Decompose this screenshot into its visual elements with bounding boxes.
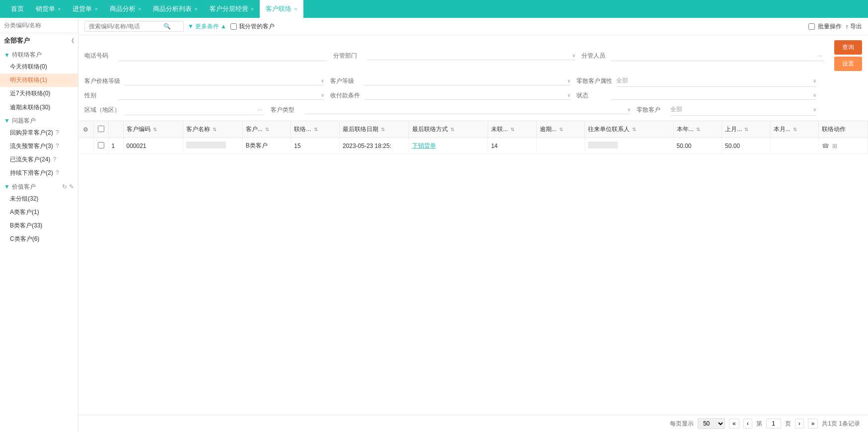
prev-page-button[interactable]: ‹	[743, 419, 752, 429]
sidebar-item-declining[interactable]: 持续下滑客户(2) ?	[0, 166, 78, 180]
nav-home[interactable]: 首页	[5, 0, 30, 18]
close-icon[interactable]: ×	[251, 6, 254, 12]
batch-op-button[interactable]: 批量操作	[808, 22, 842, 31]
filter-retail-customer-select[interactable]: 全部 ∨	[670, 104, 817, 116]
action-icons: ☎ ⊞	[822, 143, 865, 149]
my-customers-checkbox-label[interactable]: 我分管的客户	[230, 22, 275, 31]
sidebar-item-tomorrow[interactable]: 明天待联络(1)	[0, 73, 78, 87]
grid-action-icon[interactable]: ⊞	[832, 143, 837, 149]
nav-sales-order[interactable]: 销货单 ×	[30, 0, 67, 18]
filter-price-level-select[interactable]: ∨	[124, 76, 324, 85]
query-button[interactable]: 查询	[834, 40, 862, 55]
last-page-button[interactable]: »	[808, 419, 818, 429]
col-contact[interactable]: 联络... ⇅	[291, 121, 340, 138]
col-name[interactable]: 客户名称 ⇅	[183, 121, 242, 138]
export-button[interactable]: ↑ 导出	[846, 22, 863, 31]
col-overdue[interactable]: 逾期... ⇅	[536, 121, 585, 138]
filter-gender-select[interactable]: ∨	[118, 91, 324, 100]
filter-search-input[interactable]	[89, 23, 163, 30]
page-size-select[interactable]: 50 100 200	[698, 418, 725, 429]
next-page-button[interactable]: ›	[795, 419, 804, 429]
filter-region-input[interactable]: ···	[124, 105, 265, 115]
close-icon[interactable]: ×	[58, 6, 61, 12]
row-checkbox[interactable]	[98, 142, 104, 148]
more-filter-button[interactable]: ▼ 更多条件 ▲	[188, 22, 226, 31]
sidebar-item-churned[interactable]: 已流失客户(24) ?	[0, 153, 78, 166]
nav-customer-contact[interactable]: 客户联络 ×	[260, 0, 303, 18]
page-number-input[interactable]	[766, 419, 781, 429]
close-icon[interactable]: ×	[138, 6, 141, 12]
group-pending-contact[interactable]: ▼ 待联络客户	[0, 48, 78, 60]
sidebar-item-repurchase-abnormal[interactable]: 回购异常客户(2) ?	[0, 126, 78, 140]
filter-phone-input[interactable]	[118, 51, 327, 61]
row-gear-cell	[78, 138, 93, 154]
sidebar-search-input[interactable]	[4, 22, 78, 29]
sort-icon: ⇅	[213, 127, 217, 132]
chevron-down-icon: ∨	[813, 78, 816, 83]
chevron-down-icon: ∨	[572, 53, 576, 58]
nav-product-analysis-list[interactable]: 商品分析列表 ×	[147, 0, 203, 18]
col-last-month[interactable]: 上月... ⇅	[722, 121, 771, 138]
sort-icon: ⇅	[559, 127, 563, 132]
filter-customer-type-select[interactable]: ∨	[304, 105, 631, 114]
chevron-down-icon: ∨	[813, 92, 816, 98]
close-icon[interactable]: ×	[294, 6, 297, 12]
col-unit-contact[interactable]: 往来单位联系人 ⇅	[585, 121, 673, 138]
sidebar-item-class-c[interactable]: C类客户(6)	[0, 232, 78, 246]
sidebar-item-class-b[interactable]: B类客户(33)	[0, 219, 78, 232]
contact-method-link[interactable]: 下销货单	[412, 142, 436, 149]
filter-status-field: 状态 ∨	[577, 91, 816, 100]
filter-payment-select[interactable]: ∨	[364, 91, 570, 100]
close-icon[interactable]: ×	[94, 6, 97, 12]
settings-button[interactable]: 设置	[834, 57, 862, 71]
filter-dept-field: 分管部门 ∨	[333, 51, 576, 60]
sidebar-item-today[interactable]: 今天待联络(0)	[0, 60, 78, 73]
edit-icon[interactable]: ✎	[69, 183, 74, 190]
sort-icon: ⇅	[696, 127, 700, 132]
filter-dept-select[interactable]: ∨	[367, 51, 576, 60]
filter-status-select[interactable]: ∨	[610, 91, 816, 100]
gear-icon[interactable]: ⚙	[83, 126, 88, 133]
batch-checkbox[interactable]	[808, 23, 815, 30]
group-problem-customers[interactable]: ▼ 问题客户	[0, 114, 78, 126]
col-unlinked[interactable]: 未联... ⇅	[488, 121, 536, 138]
filter-retail-attr-select[interactable]: 全部 ∨	[616, 75, 816, 87]
phone-action-icon[interactable]: ☎	[822, 143, 829, 149]
sidebar-item-7days[interactable]: 近7天待联络(0)	[0, 87, 78, 100]
row-this-month-cell	[770, 138, 819, 154]
sidebar-item-class-a[interactable]: A类客户(1)	[0, 206, 78, 219]
filter-row-4: 区域（地区） ··· 客户类型 ∨ 零散客户 全部 ∨	[84, 104, 862, 116]
col-checkbox[interactable]	[93, 121, 108, 138]
col-this-month[interactable]: 本月... ⇅	[770, 121, 819, 138]
group-value-customers[interactable]: ▼ 价值客户 ↻ ✎	[0, 180, 78, 192]
col-this-year[interactable]: 本年... ⇅	[673, 121, 722, 138]
close-icon[interactable]: ×	[194, 6, 197, 12]
arrow-icon: ▼	[4, 117, 10, 124]
sidebar-item-ungrouped[interactable]: 未分组(32)	[0, 192, 78, 206]
search-icon[interactable]: 🔍	[163, 23, 171, 30]
nav-product-analysis[interactable]: 商品分析 ×	[104, 0, 147, 18]
first-page-button[interactable]: «	[729, 419, 739, 429]
col-last-contact-method[interactable]: 最后联络方式 ⇅	[409, 121, 488, 138]
col-gear[interactable]: ⚙	[78, 121, 93, 138]
col-code[interactable]: 客户编码 ⇅	[123, 121, 183, 138]
col-last-contact-date[interactable]: 最后联络日期 ⇅	[339, 121, 409, 138]
col-type[interactable]: 客户... ⇅	[242, 121, 291, 138]
filter-row-1: 电话号码 分管部门 ∨ 分管人员 ··· 查询 设置	[84, 40, 862, 71]
nav-customer-layering[interactable]: 客户分层经营 ×	[204, 0, 260, 18]
all-customers-title[interactable]: 全部客户 《	[0, 33, 78, 48]
sort-icon: ⇅	[450, 127, 454, 132]
nav-purchase-order[interactable]: 进货单 ×	[67, 0, 103, 18]
sidebar-item-churn-warning[interactable]: 流失预警客户(3) ?	[0, 140, 78, 153]
row-name-cell	[183, 138, 242, 154]
select-all-checkbox[interactable]	[98, 126, 104, 132]
advanced-filter-panel: 电话号码 分管部门 ∨ 分管人员 ··· 查询 设置	[78, 35, 868, 121]
my-customers-checkbox[interactable]	[230, 23, 237, 30]
refresh-icon[interactable]: ↻	[62, 183, 67, 190]
filter-customer-level-select[interactable]: ∨	[364, 76, 570, 85]
sort-icon: ⇅	[510, 127, 514, 132]
filter-person-input[interactable]: ···	[610, 51, 824, 61]
filter-bar: 🔍 ▼ 更多条件 ▲ 我分管的客户 批量操作 ↑ 导出	[78, 18, 868, 35]
row-checkbox-cell[interactable]	[93, 138, 108, 154]
sidebar-item-overdue[interactable]: 逾期未联络(30)	[0, 101, 78, 114]
